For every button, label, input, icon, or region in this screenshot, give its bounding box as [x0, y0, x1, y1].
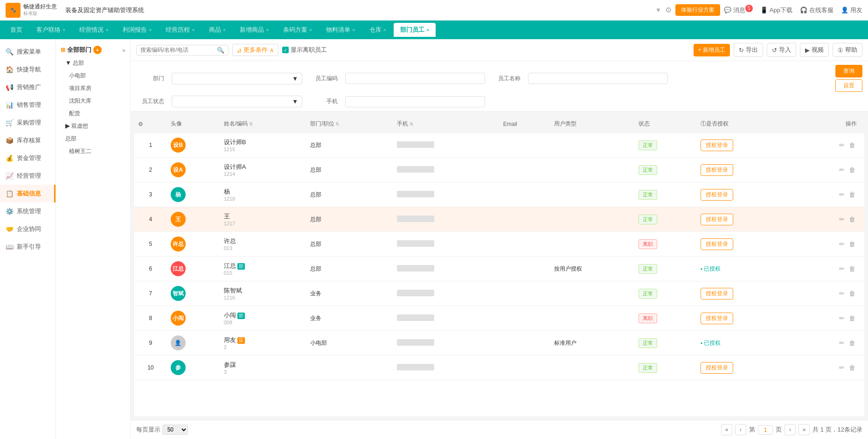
view-button[interactable]: ▶ 视频 — [800, 43, 829, 57]
edit-button[interactable]: ✏ — [839, 290, 845, 297]
add-dept-button[interactable]: + — [93, 46, 102, 54]
sidebar-item-finance[interactable]: 💰 资金管理 — [0, 149, 56, 167]
delete-button[interactable]: 🗑 — [849, 141, 855, 149]
trial-button[interactable]: 体验行业方案 — [675, 4, 720, 16]
tab-new-product[interactable]: 新增商品 × — [233, 23, 275, 37]
more-conditions-button[interactable]: ⊿ 更多条件 ∧ — [232, 44, 278, 56]
emp-status-select[interactable]: ▼ — [172, 96, 302, 107]
filter-search-button[interactable]: 查询 — [835, 65, 862, 77]
delete-button[interactable]: 🗑 — [849, 265, 855, 272]
edit-button[interactable]: ✏ — [839, 339, 845, 347]
sidebar-item-enterprise[interactable]: 🤝 企业协同 — [0, 220, 56, 238]
delete-button[interactable]: 🗑 — [849, 339, 855, 347]
delete-button[interactable]: 🗑 — [849, 240, 855, 248]
sidebar-item-quicknav[interactable]: 🏠 快捷导航 — [0, 61, 56, 78]
auth-button[interactable]: 授权登录 — [701, 238, 733, 250]
sidebar-item-search[interactable]: 🔍 搜索菜单 — [0, 43, 56, 61]
search-input[interactable] — [140, 47, 215, 53]
edit-button[interactable]: ✏ — [839, 240, 845, 248]
edit-button[interactable]: ✏ — [839, 191, 845, 198]
dept-item-project[interactable]: 项目库房 — [56, 82, 130, 95]
sidebar-item-guide[interactable]: 📖 新手引导 — [0, 238, 56, 256]
delete-button[interactable]: 🗑 — [849, 364, 855, 371]
col-name-code[interactable]: 姓名/编码 — [220, 115, 307, 133]
edit-button[interactable]: ✏ — [839, 141, 845, 149]
close-tab-operation[interactable]: × — [105, 27, 108, 33]
user-button[interactable]: 👤 用友 — [841, 6, 862, 14]
prev-page-button[interactable]: ‹ — [735, 424, 746, 435]
delete-button[interactable]: 🗑 — [849, 290, 855, 297]
dept-item-zongbu2[interactable]: 总部 — [56, 132, 130, 145]
tab-barcode[interactable]: 条码方案 × — [277, 23, 319, 37]
auth-button[interactable]: 授权登录 — [701, 139, 733, 151]
close-tab-bom[interactable]: × — [352, 27, 355, 33]
edit-button[interactable]: ✏ — [839, 314, 845, 322]
search-box[interactable]: 🔍 — [136, 45, 229, 56]
sidebar-item-purchase[interactable]: 🛒 采购管理 — [0, 114, 56, 132]
emp-code-input[interactable] — [345, 73, 485, 84]
close-tab-employees[interactable]: × — [426, 27, 429, 33]
tab-home[interactable]: 首页 — [4, 23, 29, 37]
sidebar-item-sales[interactable]: 📊 销售管理 — [0, 96, 56, 114]
online-service-button[interactable]: 🎧 在线客服 — [800, 6, 833, 14]
search-submit-icon[interactable]: 🔍 — [217, 47, 224, 54]
close-tab-barcode[interactable]: × — [309, 27, 312, 33]
col-settings[interactable]: ⚙ — [134, 115, 167, 133]
close-tab-new-product[interactable]: × — [266, 27, 269, 33]
dept-item-shuangxu[interactable]: ▶ 双虚想 — [56, 120, 130, 132]
last-page-button[interactable]: » — [799, 424, 810, 435]
settings-icon[interactable]: ⚙ — [665, 6, 672, 14]
auth-button[interactable]: 授权登录 — [701, 288, 733, 300]
first-page-button[interactable]: « — [721, 424, 732, 435]
delete-button[interactable]: 🗑 — [849, 191, 855, 198]
export-button[interactable]: ↻ 导出 — [734, 43, 763, 57]
message-button[interactable]: 💬 消息 5 — [724, 6, 753, 14]
tab-customer[interactable]: 客户联络 × — [30, 23, 72, 37]
edit-button[interactable]: ✏ — [839, 265, 845, 272]
edit-button[interactable]: ✏ — [839, 364, 845, 371]
filter-reset-button[interactable]: 设置 — [835, 79, 862, 92]
tab-bom[interactable]: 物料清单 × — [319, 23, 361, 37]
sidebar-item-marketing[interactable]: 📢 营销推广 — [0, 78, 56, 96]
dept-filter-select[interactable]: ▼ — [172, 73, 302, 84]
col-dept[interactable]: 部门/职位 — [306, 115, 393, 133]
dept-item-zongbu[interactable]: ▼ 总部 — [56, 57, 130, 70]
tab-operation[interactable]: 经营情况 × — [73, 23, 115, 37]
phone-input[interactable] — [345, 96, 485, 107]
sidebar-item-inventory[interactable]: 📦 库存核算 — [0, 132, 56, 149]
collapse-dept-icon[interactable]: » — [122, 47, 125, 54]
dept-item-zhishu[interactable]: 植树王二 — [56, 145, 130, 158]
show-resigned-toggle[interactable]: ✓ 显示离职员工 — [282, 46, 327, 54]
close-tab-profit[interactable]: × — [149, 27, 152, 33]
col-phone[interactable]: 手机 — [393, 115, 500, 133]
delete-button[interactable]: 🗑 — [849, 166, 855, 174]
close-tab-products[interactable]: × — [223, 27, 226, 33]
emp-name-input[interactable] — [528, 73, 668, 84]
import-button[interactable]: ↺ 导入 — [767, 43, 796, 57]
delete-button[interactable]: 🗑 — [849, 314, 855, 322]
add-employee-button[interactable]: + 新增员工 — [694, 44, 730, 56]
tab-warehouse[interactable]: 仓库 × — [363, 23, 393, 37]
edit-button[interactable]: ✏ — [839, 216, 845, 223]
auth-button[interactable]: 授权登录 — [701, 362, 733, 374]
tab-products[interactable]: 商品 × — [202, 23, 232, 37]
sidebar-item-business[interactable]: 📈 经营管理 — [0, 167, 56, 185]
auth-button[interactable]: 授权登录 — [701, 313, 733, 324]
sidebar-item-basic[interactable]: 📋 基础信息 — [0, 185, 56, 202]
next-page-button[interactable]: › — [785, 424, 796, 435]
delete-button[interactable]: 🗑 — [849, 216, 855, 223]
dept-item-shenyang[interactable]: 沈阳大库 — [56, 95, 130, 107]
tab-profit[interactable]: 利润报告 × — [116, 23, 158, 37]
close-tab-warehouse[interactable]: × — [383, 27, 386, 33]
close-tab-customer[interactable]: × — [62, 27, 65, 33]
auth-button[interactable]: 授权登录 — [701, 164, 733, 176]
dropdown-arrow[interactable]: ▼ — [655, 7, 661, 14]
auth-button[interactable]: 授权登录 — [701, 214, 733, 225]
edit-button[interactable]: ✏ — [839, 166, 845, 174]
dept-header[interactable]: ⊞ 全部部门 + » — [56, 43, 130, 57]
sidebar-item-system[interactable]: ⚙️ 系统管理 — [0, 202, 56, 220]
tab-employees[interactable]: 部门员工 × — [394, 23, 436, 37]
page-input[interactable] — [758, 425, 773, 435]
help-button[interactable]: ① 帮助 — [833, 43, 862, 57]
show-resigned-checkbox[interactable]: ✓ — [282, 47, 289, 53]
